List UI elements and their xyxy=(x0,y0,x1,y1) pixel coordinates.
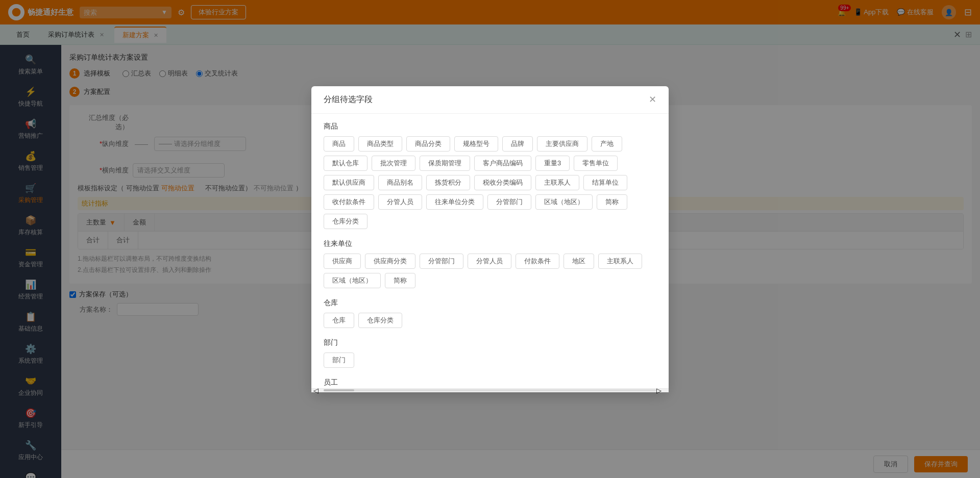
hscroll-right: ▷ xyxy=(656,387,667,394)
field-tag-3-0[interactable]: 部门 xyxy=(324,353,354,368)
field-tag-2-1[interactable]: 仓库分类 xyxy=(358,313,402,328)
field-tag-0-15[interactable]: 拣货积分 xyxy=(426,175,470,190)
field-tag-0-18[interactable]: 结算单位 xyxy=(583,175,627,190)
modal-field-group-0: 商品商品商品类型商品分类规格型号品牌主要供应商产地默认仓库批次管理保质期管理客户… xyxy=(324,122,656,229)
field-tag-0-12[interactable]: 零售单位 xyxy=(574,156,618,171)
field-tags-2: 仓库仓库分类 xyxy=(324,313,656,328)
field-tag-0-2[interactable]: 商品分类 xyxy=(406,136,450,152)
field-tag-0-21[interactable]: 往来单位分类 xyxy=(426,194,483,210)
field-group-title-3: 部门 xyxy=(324,338,656,347)
field-tags-1: 供应商供应商分类分管部门分管人员付款条件地区主联系人区域（地区）简称 xyxy=(324,254,656,288)
field-tag-1-6[interactable]: 主联系人 xyxy=(598,254,642,269)
field-group-title-4: 员工 xyxy=(324,378,656,387)
field-tag-0-4[interactable]: 品牌 xyxy=(502,136,533,152)
hscroll-thumb[interactable] xyxy=(324,389,354,391)
field-tag-0-9[interactable]: 保质期管理 xyxy=(420,156,470,171)
field-tags-3: 部门 xyxy=(324,353,656,368)
field-group-title-0: 商品 xyxy=(324,122,656,131)
hscroll-left: ◁ xyxy=(313,387,324,394)
modal-field-group-4: 员工业务员 xyxy=(324,378,656,388)
field-tag-0-23[interactable]: 区域（地区） xyxy=(535,194,593,210)
field-tag-1-7[interactable]: 区域（地区） xyxy=(324,273,381,288)
modal-field-group-3: 部门部门 xyxy=(324,338,656,368)
modal-title: 分组待选字段 xyxy=(324,94,373,105)
field-group-title-2: 仓库 xyxy=(324,298,656,308)
field-tag-0-16[interactable]: 税收分类编码 xyxy=(474,175,531,190)
field-tag-0-22[interactable]: 分管部门 xyxy=(487,194,531,210)
field-tag-1-5[interactable]: 地区 xyxy=(564,254,594,269)
modal-overlay: 分组待选字段 ✕ 商品商品商品类型商品分类规格型号品牌主要供应商产地默认仓库批次… xyxy=(0,0,980,478)
field-tag-0-20[interactable]: 分管人员 xyxy=(378,194,422,210)
field-tag-0-14[interactable]: 商品别名 xyxy=(378,175,422,190)
field-tag-1-8[interactable]: 简称 xyxy=(385,273,415,288)
field-tag-0-0[interactable]: 商品 xyxy=(324,136,354,152)
field-tag-0-24[interactable]: 简称 xyxy=(597,194,627,210)
field-tag-0-17[interactable]: 主联系人 xyxy=(535,175,579,190)
modal-horizontal-scrollbar[interactable]: ◁ ▷ xyxy=(311,388,669,392)
field-tag-0-11[interactable]: 重量3 xyxy=(535,156,570,171)
modal-dialog: 分组待选字段 ✕ 商品商品商品类型商品分类规格型号品牌主要供应商产地默认仓库批次… xyxy=(311,86,669,392)
field-tag-2-0[interactable]: 仓库 xyxy=(324,313,354,328)
modal-close-button[interactable]: ✕ xyxy=(649,95,656,104)
field-tag-1-2[interactable]: 分管部门 xyxy=(420,254,463,269)
field-tag-1-4[interactable]: 付款条件 xyxy=(516,254,559,269)
modal-body: 商品商品商品类型商品分类规格型号品牌主要供应商产地默认仓库批次管理保质期管理客户… xyxy=(311,114,669,388)
field-tag-0-25[interactable]: 仓库分类 xyxy=(324,214,368,229)
field-tag-1-0[interactable]: 供应商 xyxy=(324,254,361,269)
field-tag-0-10[interactable]: 客户商品编码 xyxy=(474,156,531,171)
modal-field-group-1: 往来单位供应商供应商分类分管部门分管人员付款条件地区主联系人区域（地区）简称 xyxy=(324,239,656,288)
field-tag-1-3[interactable]: 分管人员 xyxy=(468,254,511,269)
field-tag-0-19[interactable]: 收付款条件 xyxy=(324,194,374,210)
field-tag-0-3[interactable]: 规格型号 xyxy=(454,136,498,152)
modal-field-group-2: 仓库仓库仓库分类 xyxy=(324,298,656,328)
field-tag-0-13[interactable]: 默认供应商 xyxy=(324,175,374,190)
field-tag-0-1[interactable]: 商品类型 xyxy=(358,136,402,152)
field-tag-1-1[interactable]: 供应商分类 xyxy=(365,254,415,269)
modal-header: 分组待选字段 ✕ xyxy=(311,86,669,114)
field-tags-0: 商品商品类型商品分类规格型号品牌主要供应商产地默认仓库批次管理保质期管理客户商品… xyxy=(324,136,656,229)
field-group-title-1: 往来单位 xyxy=(324,239,656,248)
hscroll-track xyxy=(324,389,656,391)
field-tag-0-5[interactable]: 主要供应商 xyxy=(537,136,587,152)
field-tag-0-6[interactable]: 产地 xyxy=(592,136,622,152)
field-tag-0-8[interactable]: 批次管理 xyxy=(372,156,415,171)
field-tag-0-7[interactable]: 默认仓库 xyxy=(324,156,368,171)
